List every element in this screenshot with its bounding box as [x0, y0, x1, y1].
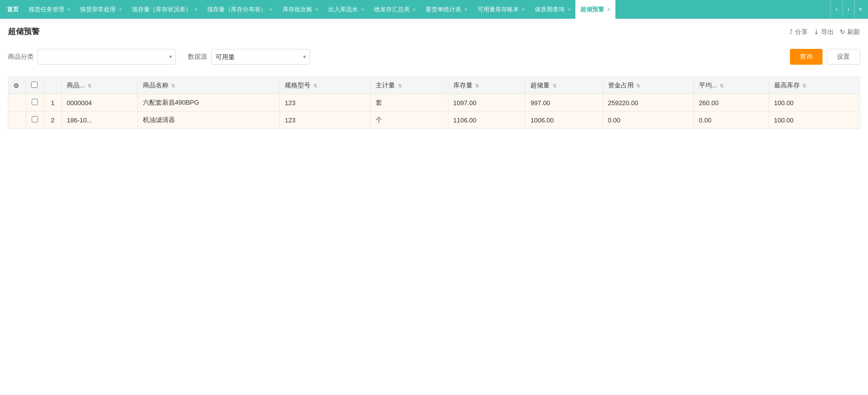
nav-tab-2[interactable]: 拣货异常处理 ×	[75, 0, 127, 19]
th-product-name-label: 商品名称	[143, 81, 169, 89]
th-capital[interactable]: 资金占用 ⇅	[603, 77, 694, 94]
nav-tab-home[interactable]: 首页	[2, 0, 24, 19]
nav-next-btn[interactable]: ›	[842, 0, 854, 19]
settings-button[interactable]: 设置	[826, 49, 860, 65]
category-select[interactable]	[38, 49, 176, 65]
row2-gear	[8, 112, 26, 129]
nav-tab-1-label: 拣货任务管理	[29, 5, 64, 14]
row2-num: 2	[44, 112, 62, 129]
sort-overstock-icon: ⇅	[553, 83, 557, 88]
select-all-checkbox[interactable]	[31, 81, 38, 88]
row1-stock: 1097.00	[448, 94, 525, 112]
nav-tab-2-close[interactable]: ×	[119, 6, 122, 12]
row2-checkbox-cell[interactable]	[26, 112, 44, 129]
refresh-icon: ↻	[840, 28, 845, 36]
th-unit-label: 主计量	[376, 81, 395, 89]
th-avg-label: 平均...	[699, 81, 717, 89]
row2-product-name: 机油滤清器	[137, 112, 279, 129]
query-button[interactable]: 查询	[790, 49, 823, 65]
nav-tab-3-label: 现存量（库存状况表）	[132, 5, 191, 14]
filter-actions: 查询 设置	[790, 49, 860, 65]
header-actions: ⤴ 分享 ⤓ 导出 ↻ 刷新	[789, 28, 860, 37]
row2-capital: 0.00	[603, 112, 694, 129]
nav-tab-4[interactable]: 现存量（库存分布表） ×	[202, 0, 277, 19]
nav-more-btn[interactable]: ×	[854, 0, 866, 19]
nav-tab-11-label: 超储预警	[580, 5, 604, 14]
nav-tab-8-label: 要货单统计表	[426, 5, 461, 14]
row2-product-code: 186-10...	[62, 112, 138, 129]
sort-max-stock-icon: ⇅	[802, 83, 806, 88]
datasource-label: 数据源	[188, 52, 207, 61]
nav-tab-4-close[interactable]: ×	[269, 6, 272, 12]
nav-tab-7[interactable]: 收发存汇总表 ×	[369, 0, 421, 19]
row1-checkbox-cell[interactable]	[26, 94, 44, 112]
nav-prev-btn[interactable]: ‹	[830, 0, 842, 19]
th-max-stock-label: 最高库存	[774, 81, 800, 89]
th-checkbox[interactable]	[26, 77, 44, 94]
nav-tab-1-close[interactable]: ×	[67, 6, 70, 12]
nav-tab-7-label: 收发存汇总表	[374, 5, 410, 14]
export-label: 导出	[821, 28, 834, 37]
th-capital-label: 资金占用	[608, 81, 634, 89]
share-button[interactable]: ⤴ 分享	[789, 28, 808, 37]
row1-max-stock: 100.00	[769, 94, 860, 112]
nav-tab-5-label: 库存批次账	[283, 5, 312, 14]
th-rownum	[44, 77, 62, 94]
th-avg[interactable]: 平均... ⇅	[694, 77, 769, 94]
datasource-filter: 数据源 可用量	[188, 49, 310, 65]
table-row: 1 0000004 六配套新昌490BPG 123 套 1097.00	[8, 94, 860, 112]
export-button[interactable]: ⤓ 导出	[814, 28, 834, 37]
nav-tab-home-label: 首页	[7, 5, 19, 14]
refresh-label: 刷新	[847, 28, 860, 37]
nav-tab-6-label: 出入库流水	[328, 5, 358, 14]
row1-checkbox[interactable]	[32, 99, 38, 105]
nav-tab-10-close[interactable]: ×	[567, 6, 570, 12]
nav-tab-11[interactable]: 超储预警 ×	[575, 0, 615, 19]
row2-checkbox[interactable]	[32, 116, 38, 122]
th-overstock-label: 超储量	[530, 81, 550, 89]
th-unit[interactable]: 主计量 ⇅	[371, 77, 448, 94]
row2-avg: 0.00	[694, 112, 769, 129]
th-max-stock[interactable]: 最高库存 ⇅	[769, 77, 860, 94]
nav-tab-5-close[interactable]: ×	[315, 6, 318, 12]
nav-tab-7-close[interactable]: ×	[413, 6, 416, 12]
nav-tab-2-label: 拣货异常处理	[80, 5, 116, 14]
category-select-wrapper	[38, 49, 176, 65]
th-product-name[interactable]: 商品名称 ⇅	[137, 77, 279, 94]
category-filter: 商品分类	[8, 49, 176, 65]
nav-tab-6-close[interactable]: ×	[361, 6, 364, 12]
datasource-select[interactable]: 可用量	[211, 49, 310, 65]
nav-tab-5[interactable]: 库存批次账 ×	[278, 0, 323, 19]
page-header: 超储预警 ⤴ 分享 ⤓ 导出 ↻ 刷新	[8, 27, 860, 37]
row1-gear	[8, 94, 26, 112]
sort-product-code-icon: ⇅	[87, 83, 91, 88]
nav-tab-9-label: 可用量库存账本	[477, 5, 519, 14]
nav-tab-11-close[interactable]: ×	[607, 6, 610, 12]
th-gear[interactable]: ⚙	[8, 77, 26, 94]
th-spec[interactable]: 规格型号 ⇅	[280, 77, 371, 94]
nav-tab-9-close[interactable]: ×	[522, 6, 525, 12]
th-product-code[interactable]: 商品... ⇅	[62, 77, 138, 94]
sort-capital-icon: ⇅	[636, 83, 640, 88]
nav-tab-3-close[interactable]: ×	[194, 6, 197, 12]
row2-spec: 123	[280, 112, 371, 129]
table-row: 2 186-10... 机油滤清器 123 个 1106.00	[8, 112, 860, 129]
nav-tab-8-close[interactable]: ×	[464, 6, 467, 12]
nav-tab-3[interactable]: 现存量（库存状况表） ×	[127, 0, 202, 19]
sort-avg-icon: ⇅	[720, 83, 724, 88]
th-stock[interactable]: 库存量 ⇅	[448, 77, 525, 94]
nav-arrows: ‹ › ×	[830, 0, 866, 19]
nav-tab-9[interactable]: 可用量库存账本 ×	[473, 0, 530, 19]
th-stock-label: 库存量	[453, 81, 473, 89]
row1-spec: 123	[280, 94, 371, 112]
nav-tab-6[interactable]: 出入库流水 ×	[323, 0, 369, 19]
row1-capital: 259220.00	[603, 94, 694, 112]
row2-overstock: 1006.00	[525, 112, 603, 129]
th-overstock[interactable]: 超储量 ⇅	[525, 77, 603, 94]
refresh-button[interactable]: ↻ 刷新	[840, 28, 860, 37]
filter-row: 商品分类 数据源 可用量 查询 设置	[8, 45, 860, 69]
nav-tab-10[interactable]: 保质期查询 ×	[530, 0, 575, 19]
nav-tab-8[interactable]: 要货单统计表 ×	[421, 0, 472, 19]
nav-tab-1[interactable]: 拣货任务管理 ×	[24, 0, 75, 19]
row2-stock: 1106.00	[448, 112, 525, 129]
